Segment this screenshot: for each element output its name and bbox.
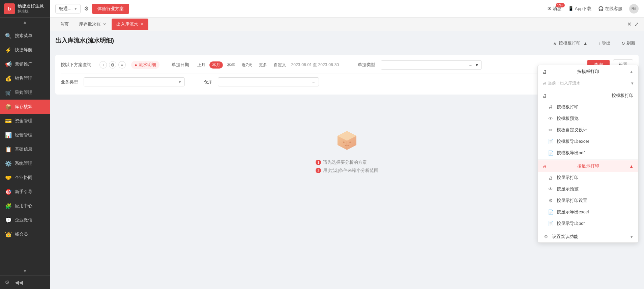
sidebar-item-guide[interactable]: 🎯 新手引导 [0, 185, 50, 199]
doc-type-label: 单据类型 [358, 62, 375, 68]
export-icon: ↑ [598, 41, 601, 46]
sidebar-item-wechat[interactable]: 💬 企业微信 [0, 213, 50, 227]
empty-tip-2: 2 用[过滤]条件来缩小分析范围 [316, 167, 378, 174]
sidebar-item-operations[interactable]: 📊 经营管理 [0, 128, 50, 142]
finance-icon: 💳 [5, 117, 12, 125]
close-all-tabs-button[interactable]: ✕ [627, 21, 632, 27]
date-tab-more[interactable]: 更多 [256, 61, 270, 69]
trial-button[interactable]: 体验行业方案 [92, 4, 129, 14]
display-print-group-header[interactable]: 🖨 按显示打印 ▲ [538, 160, 638, 172]
message-badge: 99+ [556, 3, 565, 7]
topbar: 畅通.... ▾ ⚙ 体验行业方案 ✉ 消息 99+ 📱 App下载 🎧 在线客… [50, 0, 644, 18]
date-tab-last-month[interactable]: 上月 [195, 61, 208, 69]
display-print-settings-item[interactable]: ⚙ 按显示打印设置 [538, 195, 638, 206]
system-icon: ⚙️ [5, 160, 12, 167]
filter-tag[interactable]: ● 流水明细 [131, 61, 159, 69]
default-settings-arrow: ▾ [631, 234, 633, 239]
tab-flow[interactable]: 出入库流水 ✕ [112, 19, 148, 30]
empty-tip-1: 1 请先选择要分析的方案 [316, 159, 378, 165]
collapse-sidebar-icon[interactable]: ◀◀ [15, 279, 23, 286]
tab-batch-close[interactable]: ✕ [103, 22, 106, 27]
template-print-group-header[interactable]: 🖨 按模板打印 [538, 90, 638, 101]
filter-tag-label: 流水明细 [139, 62, 156, 68]
sidebar-item-system[interactable]: ⚙️ 系统管理 [0, 156, 50, 170]
sidebar-item-purchase[interactable]: 🛒 采购管理 [0, 85, 50, 100]
default-settings-icon: ⚙ [543, 234, 549, 239]
sidebar-item-quicknav[interactable]: ⚡ 快捷导航 [0, 43, 50, 57]
warehouse-select[interactable]: ··· [218, 77, 319, 86]
display-preview-icon: 👁 [548, 186, 553, 192]
date-tab-current-year[interactable]: 本年 [224, 61, 238, 69]
display-export-excel-icon: 📄 [548, 209, 553, 215]
user-selector[interactable]: 畅通.... ▾ [55, 4, 81, 14]
sidebar-item-members[interactable]: 👑 畅会员 [0, 227, 50, 241]
search-icon: 🔍 [5, 32, 12, 40]
tab-home[interactable]: 首页 [55, 19, 74, 30]
display-export-excel-item[interactable]: 📄 按显示导出excel [538, 206, 638, 218]
collapse-filter-button[interactable]: « [118, 61, 126, 69]
tab-flow-close[interactable]: ✕ [140, 22, 144, 27]
quicknav-icon: ⚡ [5, 46, 12, 54]
sidebar-item-inventory[interactable]: 📦 库存核算 [0, 100, 50, 114]
topbar-gear-icon[interactable]: ⚙ [84, 5, 89, 12]
sidebar-item-cooperation[interactable]: 🤝 企业协同 [0, 170, 50, 185]
sidebar-scroll-down[interactable]: ▼ [0, 266, 50, 275]
default-settings-item[interactable]: ⚙ 设置默认功能 ▾ [538, 231, 638, 242]
template-print-item-icon: 🖨 [548, 104, 553, 110]
dropdown-collapse-icon[interactable]: ▲ [629, 69, 634, 74]
sidebar-scroll-up[interactable]: ▲ [0, 18, 50, 27]
business-type-select[interactable]: ▾ [84, 77, 185, 86]
add-filter-button[interactable]: + [99, 61, 107, 69]
sidebar-item-marketing[interactable]: 📢 营销推广 [0, 57, 50, 71]
sidebar-item-finance[interactable]: 💳 资金管理 [0, 114, 50, 128]
topbar-right: ✉ 消息 99+ 📱 App下载 🎧 在线客服 Rit [548, 4, 639, 14]
dropdown-printer-icon: 🖨 [543, 69, 547, 74]
purchase-icon: 🛒 [5, 89, 12, 96]
sidebar-item-sales[interactable]: 💰 销售管理 [0, 71, 50, 85]
print-dropdown-panel: 🖨 按模板打印 ▲ 🖨 当前：出入库流水 ▾ 🖨 按模板打印 [537, 65, 639, 243]
tab-batch[interactable]: 库存批次账 ✕ [74, 19, 111, 30]
sidebar-nav: 🔍 搜索菜单 ⚡ 快捷导航 📢 营销推广 💰 销售管理 🛒 采购管理 📦 [0, 27, 50, 266]
date-tab-current-month[interactable]: 本月 [209, 61, 223, 69]
template-customize-item[interactable]: ✏ 模板自定义设计 [538, 124, 638, 136]
doc-type-select[interactable]: ··· ▾ [381, 60, 482, 70]
date-label: 单据日期 [172, 62, 189, 68]
current-item-icon: 🖨 [543, 81, 547, 86]
filter-settings-button[interactable]: ⚙ [109, 61, 116, 69]
print-template-button[interactable]: 🖨 按模板打印 ▲ [550, 38, 591, 48]
empty-icon [333, 126, 360, 153]
svg-point-4 [349, 141, 351, 143]
sidebar-item-search[interactable]: 🔍 搜索菜单 [0, 29, 50, 43]
app-download-button[interactable]: 📱 App下载 [568, 6, 591, 12]
dropdown-header: 🖨 按模板打印 ▲ [538, 65, 638, 78]
apps-icon: 🧩 [5, 202, 12, 210]
export-button[interactable]: ↑ 导出 [595, 38, 614, 48]
display-preview-item[interactable]: 👁 按显示预览 [538, 183, 638, 195]
template-preview-item[interactable]: 👁 按模板预览 [538, 113, 638, 124]
display-print-item[interactable]: 🖨 按显示打印 [538, 172, 638, 183]
wechat-icon: 💬 [5, 216, 12, 224]
message-button[interactable]: ✉ 消息 99+ [548, 6, 561, 12]
refresh-button[interactable]: ↻ 刷新 [618, 38, 639, 48]
sidebar-item-apps[interactable]: 🧩 应用中心 [0, 199, 50, 213]
date-tabs: 上月 本月 本年 近7天 更多 自定义 2023-06-01 至 2023-06… [195, 61, 339, 69]
maximize-button[interactable]: ⤢ [634, 21, 639, 27]
display-export-pdf-icon: 📄 [548, 221, 553, 226]
date-tab-last-7-days[interactable]: 近7天 [239, 61, 255, 69]
template-export-excel-item[interactable]: 📄 按模板导出excel [538, 136, 638, 147]
date-tab-custom[interactable]: 自定义 [271, 61, 289, 69]
sidebar-item-basic[interactable]: 📋 基础信息 [0, 142, 50, 156]
warehouse-more-icon: ··· [312, 79, 315, 84]
display-print-group-icon: 🖨 [543, 164, 547, 169]
display-export-pdf-item[interactable]: 📄 按显示导出pdf [538, 218, 638, 229]
avatar[interactable]: Rit [629, 4, 639, 14]
template-export-pdf-item[interactable]: 📄 按模板导出pdf [538, 147, 638, 159]
settings-icon[interactable]: ⚙ [5, 279, 9, 286]
content-area: 出入库流水(流水明细) 🖨 按模板打印 ▲ ↑ 导出 ↻ 刷新 [50, 31, 644, 289]
page-title: 出入库流水(流水明细) [55, 36, 114, 45]
template-print-item[interactable]: 🖨 按模板打印 [538, 101, 638, 113]
online-service-button[interactable]: 🎧 在线客服 [598, 6, 622, 12]
marketing-icon: 📢 [5, 60, 12, 68]
dropdown-current-item: 🖨 当前：出入库流水 ▾ [538, 78, 638, 88]
print-dropdown-arrow: ▲ [583, 41, 588, 46]
